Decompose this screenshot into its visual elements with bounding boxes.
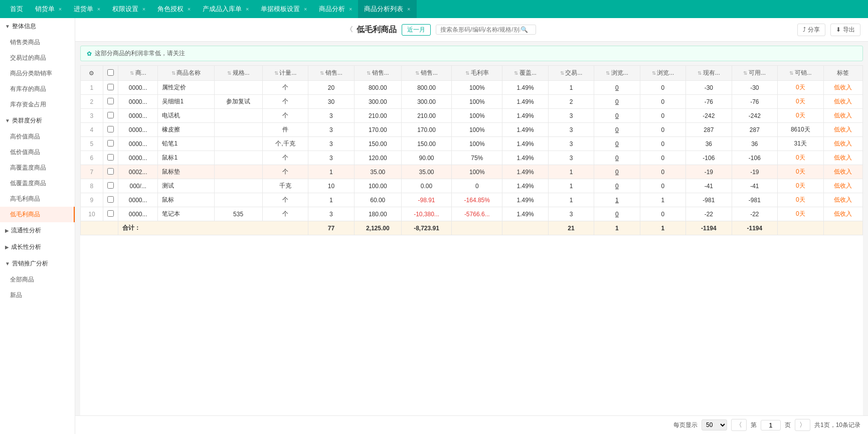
name-cell[interactable]: 吴细细1 — [158, 95, 214, 109]
sidebar-item-low-coverage[interactable]: 低覆盖度商品 — [0, 176, 75, 191]
row-checkbox[interactable] — [107, 168, 114, 175]
row-checkbox[interactable] — [107, 210, 114, 217]
row-checkbox[interactable] — [107, 126, 114, 132]
row-checkbox[interactable] — [107, 154, 114, 161]
page-input[interactable] — [761, 420, 781, 430]
settings-col-header[interactable]: ⚙ — [81, 66, 103, 81]
col-header-saleable[interactable]: 可销... — [778, 66, 823, 81]
view1-cell[interactable]: 0 — [594, 137, 640, 151]
page-size-select[interactable]: 50 100 200 — [702, 419, 727, 430]
sidebar-item-all-goods[interactable]: 全部商品 — [0, 272, 75, 287]
prev-page-button[interactable]: 〈 — [731, 419, 747, 431]
sidebar-item-category-rate[interactable]: 商品分类助销率 — [0, 66, 75, 81]
nav-home[interactable]: 首页 — [4, 0, 29, 18]
checkbox-cell[interactable] — [103, 165, 118, 179]
date-filter-button[interactable]: 近一月 — [402, 24, 431, 36]
view1-cell[interactable]: 0 — [594, 207, 640, 221]
sidebar-item-high-value[interactable]: 高价值商品 — [0, 129, 75, 144]
close-icon[interactable]: × — [304, 6, 307, 12]
nav-product-analysis[interactable]: 商品分析 × — [313, 0, 358, 18]
sidebar-item-high-margin[interactable]: 高毛利商品 — [0, 191, 75, 207]
sidebar-section-marketing-title[interactable]: ▼ 营销推广分析 — [0, 255, 75, 272]
row-checkbox[interactable] — [107, 140, 114, 147]
col-header-gross-margin[interactable]: 毛利率 — [452, 66, 502, 81]
view1-cell[interactable]: 0 — [594, 81, 640, 95]
col-header-unit[interactable]: 计量... — [262, 66, 308, 81]
name-cell[interactable]: 铅笔1 — [158, 137, 214, 151]
checkbox-cell[interactable] — [103, 109, 118, 123]
sidebar-item-new-goods[interactable]: 新品 — [0, 287, 75, 303]
close-icon[interactable]: × — [142, 6, 145, 12]
view1-cell[interactable]: 0 — [594, 95, 640, 109]
view1-cell[interactable]: 0 — [594, 123, 640, 137]
export-button[interactable]: ⬇ 导出 — [830, 24, 860, 36]
sidebar-item-low-value[interactable]: 低价值商品 — [0, 144, 75, 160]
name-cell[interactable]: 鼠标1 — [158, 151, 214, 165]
data-table-container[interactable]: ⚙ 商... 商品名称 规格... 计量... 销售... 销售... 销售..… — [80, 65, 863, 415]
row-checkbox[interactable] — [107, 112, 114, 118]
checkbox-cell[interactable] — [103, 123, 118, 137]
sidebar-item-capital-occupation[interactable]: 库存资金占用 — [0, 97, 75, 112]
col-header-view1[interactable]: 浏览... — [594, 66, 640, 81]
col-header-name[interactable]: 商品名称 — [158, 66, 214, 81]
sidebar-item-sales-goods[interactable]: 销售类商品 — [0, 35, 75, 50]
col-header-sale-amount[interactable]: 销售... — [401, 66, 451, 81]
name-cell[interactable]: 测试 — [158, 179, 214, 193]
nav-product-analysis-list[interactable]: 商品分析列表 × — [358, 0, 416, 18]
view1-cell[interactable]: 0 — [594, 165, 640, 179]
name-cell[interactable]: 电话机 — [158, 109, 214, 123]
col-header-available[interactable]: 可用... — [732, 66, 777, 81]
name-cell[interactable]: 鼠标 — [158, 193, 214, 207]
col-header-current-stock[interactable]: 现有... — [686, 66, 732, 81]
sidebar-section-overall-title[interactable]: ▼ 整体信息 — [0, 18, 75, 35]
close-icon[interactable]: × — [407, 6, 410, 12]
sidebar-item-low-margin[interactable]: 低毛利商品 — [0, 207, 75, 222]
nav-sales[interactable]: 销货单 × — [29, 0, 68, 18]
checkbox-cell[interactable] — [103, 81, 118, 95]
row-checkbox[interactable] — [107, 196, 114, 203]
name-cell[interactable]: 鼠标垫 — [158, 165, 214, 179]
row-checkbox[interactable] — [107, 98, 114, 104]
nav-role-auth[interactable]: 角色授权 × — [151, 0, 197, 18]
close-icon[interactable]: × — [246, 6, 249, 12]
col-header-sale-price[interactable]: 销售... — [354, 66, 401, 81]
col-header-code[interactable]: 商... — [118, 66, 157, 81]
collapse-sidebar-btn[interactable]: 《 — [344, 23, 355, 36]
close-icon[interactable]: × — [59, 6, 62, 12]
col-header-view2[interactable]: 浏览... — [640, 66, 685, 81]
view1-cell[interactable]: 0 — [594, 109, 640, 123]
close-icon[interactable]: × — [188, 6, 191, 12]
col-header-sale-qty[interactable]: 销售... — [308, 66, 354, 81]
nav-product-entry[interactable]: 产成品入库单 × — [197, 0, 255, 18]
checkbox-cell[interactable] — [103, 179, 118, 193]
name-cell[interactable]: 笔记本 — [158, 207, 214, 221]
close-icon[interactable]: × — [97, 6, 100, 12]
col-header-trade[interactable]: 交易... — [548, 66, 594, 81]
checkbox-cell[interactable] — [103, 193, 118, 207]
nav-purchase[interactable]: 进货单 × — [68, 0, 106, 18]
select-all-col-header[interactable] — [103, 66, 118, 81]
row-checkbox[interactable] — [107, 84, 114, 90]
close-icon[interactable]: × — [349, 6, 352, 12]
sidebar-section-flow-title[interactable]: ▶ 流通性分析 — [0, 222, 75, 239]
checkbox-cell[interactable] — [103, 207, 118, 221]
sidebar-section-cluster-title[interactable]: ▼ 类群度分析 — [0, 112, 75, 129]
nav-permissions[interactable]: 权限设置 × — [106, 0, 151, 18]
nav-template[interactable]: 单据模板设置 × — [255, 0, 313, 18]
sidebar-item-high-coverage[interactable]: 高覆盖度商品 — [0, 160, 75, 176]
checkbox-cell[interactable] — [103, 95, 118, 109]
search-icon[interactable]: 🔍 — [520, 26, 528, 33]
view1-cell[interactable]: 1 — [594, 193, 640, 207]
sidebar-item-stock-goods[interactable]: 有库存的商品 — [0, 81, 75, 97]
view1-cell[interactable]: 0 — [594, 151, 640, 165]
name-cell[interactable]: 橡皮擦 — [158, 123, 214, 137]
name-cell[interactable]: 属性定价 — [158, 81, 214, 95]
view1-cell[interactable]: 0 — [594, 179, 640, 193]
col-header-coverage[interactable]: 覆盖... — [502, 66, 548, 81]
sidebar-item-traded-goods[interactable]: 交易过的商品 — [0, 50, 75, 66]
select-all-checkbox[interactable] — [107, 69, 114, 76]
col-header-spec[interactable]: 规格... — [214, 66, 262, 81]
checkbox-cell[interactable] — [103, 151, 118, 165]
checkbox-cell[interactable] — [103, 137, 118, 151]
search-input[interactable] — [440, 26, 520, 33]
